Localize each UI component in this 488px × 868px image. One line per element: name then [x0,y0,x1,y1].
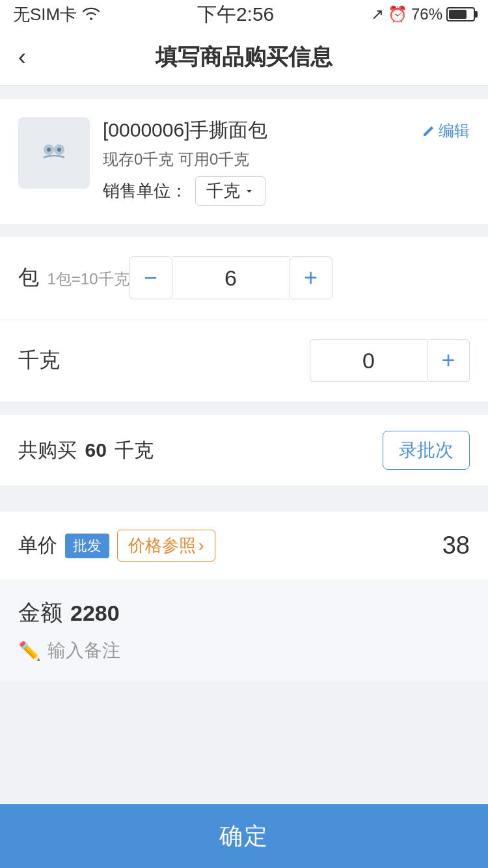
footer[interactable]: 确定 [0,804,488,868]
amount-value: 2280 [70,601,120,626]
alarm-icon: ⏰ [388,5,407,23]
kg-plus-button[interactable]: + [427,339,470,382]
carrier-text: 无SIM卡 [13,3,77,26]
product-info: [0000006]手撕面包 编辑 现存0千克 可用0千克 销售单位： 千克 [103,117,470,206]
summary-text: 共购买 60 千克 [18,437,154,464]
svg-point-2 [47,148,51,152]
amount-label: 金额 [18,598,62,628]
price-row: 单价 批发 价格参照 › 38 [18,530,470,562]
battery-percent: 76% [411,5,442,23]
bao-plus-button[interactable]: + [290,256,332,299]
price-left: 单价 批发 价格参照 › [18,530,215,562]
product-stock: 现存0千克 可用0千克 [103,149,470,170]
page-title: 填写商品购买信息 [156,42,332,72]
note-row[interactable]: ✏️ 输入备注 [18,638,470,663]
product-thumbnail [18,117,90,189]
bao-label: 包 [18,265,39,289]
status-left: 无SIM卡 [13,3,100,26]
product-name-row: [0000006]手撕面包 编辑 [103,117,470,144]
bao-label-group: 包 1包=10千克 [18,264,129,292]
price-label: 单价 [18,532,57,559]
status-bar: 无SIM卡 下午2:56 ↗ ⏰ 76% [0,0,488,29]
svg-point-3 [57,148,61,152]
amount-row: 金额 2280 [18,598,470,628]
bao-controls: − + [129,256,332,299]
kg-label: 千克 [18,346,310,375]
footer-spacer [0,681,488,759]
divider [0,485,488,498]
batch-button[interactable]: 录批次 [383,431,470,470]
summary-amount: 60 [85,439,106,461]
status-right: ↗ ⏰ 76% [371,5,475,23]
price-ref-button[interactable]: 价格参照 › [117,530,215,562]
confirm-button[interactable]: 确定 [219,821,269,852]
amount-section: 金额 2280 ✏️ 输入备注 [0,580,488,681]
unit-label: 销售单位： [103,180,187,202]
price-section: 单价 批发 价格参照 › 38 [0,511,488,580]
price-value: 38 [442,532,470,560]
product-section: [0000006]手撕面包 编辑 现存0千克 可用0千克 销售单位： 千克 [0,99,488,224]
bao-row: 包 1包=10千克 − + [0,237,488,319]
price-tag: 批发 [65,534,109,558]
wifi-icon [82,5,100,25]
location-icon: ↗ [371,5,384,23]
note-label[interactable]: 输入备注 [47,638,120,663]
kg-controls: + [310,339,470,382]
product-name: [0000006]手撕面包 [103,117,267,144]
bao-minus-button[interactable]: − [129,256,172,299]
nav-bar: ‹ 填写商品购买信息 [0,29,488,86]
battery-icon [446,7,475,21]
edit-link[interactable]: 编辑 [422,120,470,141]
quantity-section: 包 1包=10千克 − + 千克 + [0,237,488,402]
bao-input[interactable] [172,256,290,299]
kg-row: 千克 + [0,319,488,402]
back-button[interactable]: ‹ [18,44,26,71]
pencil-icon: ✏️ [18,640,41,662]
product-unit-row: 销售单位： 千克 [103,176,470,206]
summary-section: 共购买 60 千克 录批次 [0,415,488,485]
unit-select[interactable]: 千克 [195,176,265,206]
time-display: 下午2:56 [197,1,274,28]
bao-sublabel: 1包=10千克 [47,270,129,288]
kg-input[interactable] [310,339,427,382]
